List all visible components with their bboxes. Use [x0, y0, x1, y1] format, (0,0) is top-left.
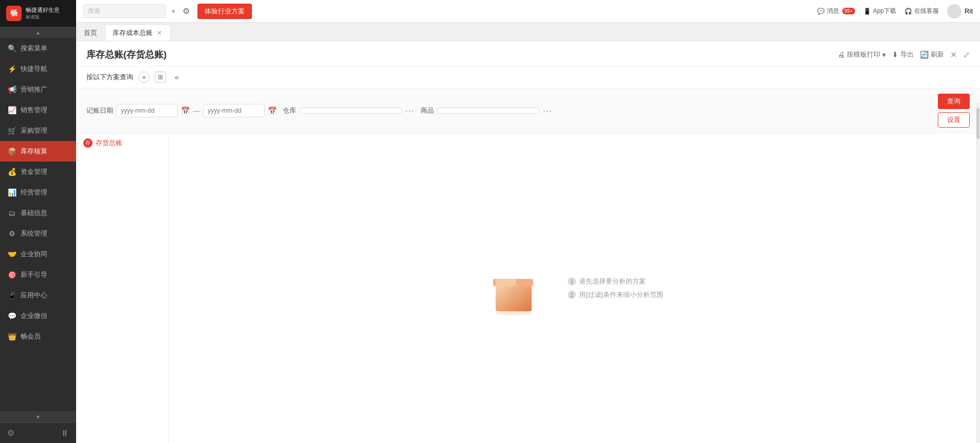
print-icon: 🖨 — [838, 50, 845, 59]
sidebar-nav: 🔍 搜索菜单 ⚡ 快捷导航 📢 营销推广 📈 销售管理 🛒 采购管理 📦 库存核… — [0, 38, 76, 411]
empty-hint-1: 1 请先选择要分析的方案 — [568, 277, 663, 286]
sidebar-item-label: 库存核算 — [21, 147, 47, 156]
panel-expand-icon[interactable]: ⤢ — [963, 50, 970, 60]
scheme-item-stock-ledger[interactable]: 存 存货总账 — [76, 133, 168, 153]
page-content: 库存总账(存货总账) 🖨 按模板打印 ▾ ⬇ 导出 🔄 刷新 ✕ ⤢ — [76, 41, 980, 443]
empty-hints: 1 请先选择要分析的方案 2 用[过滤]条件来缩小分析范围 — [568, 277, 663, 299]
sidebar-item-system[interactable]: ⚙ 系统管理 — [0, 223, 76, 244]
sidebar-item-cooperation[interactable]: 🤝 企业协同 — [0, 244, 76, 264]
hint-num-2: 2 — [568, 291, 576, 299]
settings-footer-icon[interactable]: ⚙ — [7, 428, 14, 438]
print-dropdown-icon: ▾ — [882, 51, 886, 59]
sidebar-item-label: 快捷导航 — [21, 64, 47, 74]
query-button[interactable]: 查询 — [938, 94, 970, 109]
sidebar-item-label: 基础信息 — [21, 208, 47, 218]
sidebar-item-label: 新手引导 — [21, 270, 47, 279]
right-scrollbar-track[interactable] — [976, 103, 980, 443]
logo-badge: 标准版 — [26, 14, 60, 21]
product-more-icon[interactable]: ··· — [543, 105, 552, 116]
app-download-action[interactable]: 📱 App下载 — [863, 7, 896, 15]
hint-text-1: 请先选择要分析的方案 — [579, 277, 646, 286]
export-label: 导出 — [900, 50, 914, 59]
messages-label: 消息 — [827, 7, 839, 15]
page-title: 库存总账(存货总账) — [86, 48, 167, 61]
tab-inventory-label: 库存成本总账 — [113, 28, 153, 38]
product-input[interactable] — [437, 108, 540, 114]
sidebar-scroll-down[interactable]: ▼ — [0, 411, 76, 422]
main-area: 搜索 ▾ ⚙ 体验行业方案 💬 消息 99+ 📱 App下载 🎧 在线客服 Ri — [76, 0, 980, 443]
user-name: Rit — [965, 7, 973, 15]
topbar-left: 搜索 ▾ ⚙ 体验行业方案 — [83, 4, 817, 19]
appcenter-icon: 📱 — [7, 291, 16, 300]
audio-footer-icon[interactable]: ⏸ — [61, 429, 69, 438]
date-end-input[interactable] — [203, 104, 265, 117]
date-separator: — — [193, 107, 200, 115]
calendar-start-icon[interactable]: 📅 — [181, 107, 190, 115]
filter-collapse-button[interactable]: « — [171, 72, 183, 83]
sidebar-item-basic[interactable]: 🗂 基础信息 — [0, 203, 76, 223]
refresh-btn[interactable]: 🔄 刷新 — [920, 50, 944, 59]
filter-add-button[interactable]: + — [138, 72, 150, 83]
tab-inventory-ledger[interactable]: 库存成本总账 ✕ — [105, 24, 171, 41]
sidebar-item-quicknav[interactable]: ⚡ 快捷导航 — [0, 59, 76, 79]
content-area: 存 存货总账 — [76, 133, 980, 443]
sidebar-item-label: 资金管理 — [21, 167, 47, 176]
online-service-action[interactable]: 🎧 在线客服 — [904, 7, 939, 15]
online-service-label: 在线客服 — [914, 7, 939, 15]
topbar-settings-icon[interactable]: ⚙ — [179, 4, 193, 19]
sidebar-item-label: 应用中心 — [21, 291, 47, 300]
product-label: 商品 — [421, 106, 434, 115]
print-template-btn[interactable]: 🖨 按模板打印 ▾ — [838, 50, 886, 59]
tab-home-label: 首页 — [84, 28, 97, 38]
print-template-label: 按模板打印 — [847, 50, 880, 59]
svg-point-4 — [496, 310, 532, 315]
warehouse-input[interactable] — [299, 108, 402, 114]
empty-box-svg — [485, 257, 547, 319]
sidebar-item-vip[interactable]: 👑 畅会员 — [0, 326, 76, 347]
messages-action[interactable]: 💬 消息 99+ — [817, 7, 855, 15]
warehouse-filter-field: 仓库 ··· — [283, 105, 414, 116]
sidebar-item-purchase[interactable]: 🛒 采购管理 — [0, 120, 76, 141]
tab-close-icon[interactable]: ✕ — [156, 29, 163, 37]
sidebar-item-wecom[interactable]: 💬 企业微信 — [0, 306, 76, 326]
empty-state: 1 请先选择要分析的方案 2 用[过滤]条件来缩小分析范围 — [169, 133, 980, 443]
user-profile[interactable]: Rit — [947, 4, 973, 19]
topbar-dropdown-arrow[interactable]: ▾ — [172, 8, 175, 15]
sidebar-item-inventory[interactable]: 📦 库存核算 — [0, 141, 76, 162]
sidebar-item-guide[interactable]: 🎯 新手引导 — [0, 264, 76, 285]
industry-btn[interactable]: 体验行业方案 — [197, 4, 252, 19]
tab-home[interactable]: 首页 — [76, 24, 105, 41]
warehouse-label: 仓库 — [283, 106, 296, 115]
sidebar-item-label: 畅会员 — [21, 332, 41, 341]
sidebar-item-sales[interactable]: 📈 销售管理 — [0, 100, 76, 120]
svg-rect-5 — [496, 279, 516, 286]
purchase-icon: 🛒 — [7, 126, 16, 135]
warehouse-more-icon[interactable]: ··· — [405, 105, 414, 116]
sidebar-item-operation[interactable]: 📊 经营管理 — [0, 182, 76, 203]
settings-button[interactable]: 设置 — [938, 112, 970, 128]
sidebar-item-marketing[interactable]: 📢 营销推广 — [0, 79, 76, 100]
sidebar-item-finance[interactable]: 💰 资金管理 — [0, 162, 76, 182]
hint-text-2: 用[过滤]条件来缩小分析范围 — [579, 290, 663, 299]
filter-schema-button[interactable]: ⊞ — [155, 72, 166, 83]
topbar-right: 💬 消息 99+ 📱 App下载 🎧 在线客服 Rit — [817, 4, 973, 19]
date-start-input[interactable] — [116, 104, 178, 117]
sidebar-item-label: 企业协同 — [21, 250, 47, 259]
page-header: 库存总账(存货总账) 🖨 按模板打印 ▾ ⬇ 导出 🔄 刷新 ✕ ⤢ — [76, 41, 980, 66]
user-avatar — [947, 4, 961, 19]
panel-close-icon[interactable]: ✕ — [950, 50, 957, 60]
sidebar-item-appcenter[interactable]: 📱 应用中心 — [0, 285, 76, 306]
sales-icon: 📈 — [7, 105, 16, 115]
topbar-search-box[interactable]: 搜索 — [83, 4, 166, 18]
sidebar-scroll-up[interactable]: ▲ — [0, 27, 76, 38]
refresh-icon: 🔄 — [920, 50, 929, 59]
sidebar-item-label: 搜索菜单 — [21, 44, 47, 53]
calendar-end-icon[interactable]: 📅 — [268, 107, 277, 115]
right-scrollbar-thumb — [976, 108, 979, 139]
sidebar-footer: ⚙ ⏸ — [0, 422, 76, 443]
sidebar-item-search[interactable]: 🔍 搜索菜单 — [0, 38, 76, 59]
export-btn[interactable]: ⬇ 导出 — [892, 50, 914, 59]
product-filter-field: 商品 ··· — [421, 105, 552, 116]
sidebar-item-label: 采购管理 — [21, 126, 47, 135]
refresh-label: 刷新 — [931, 50, 944, 59]
